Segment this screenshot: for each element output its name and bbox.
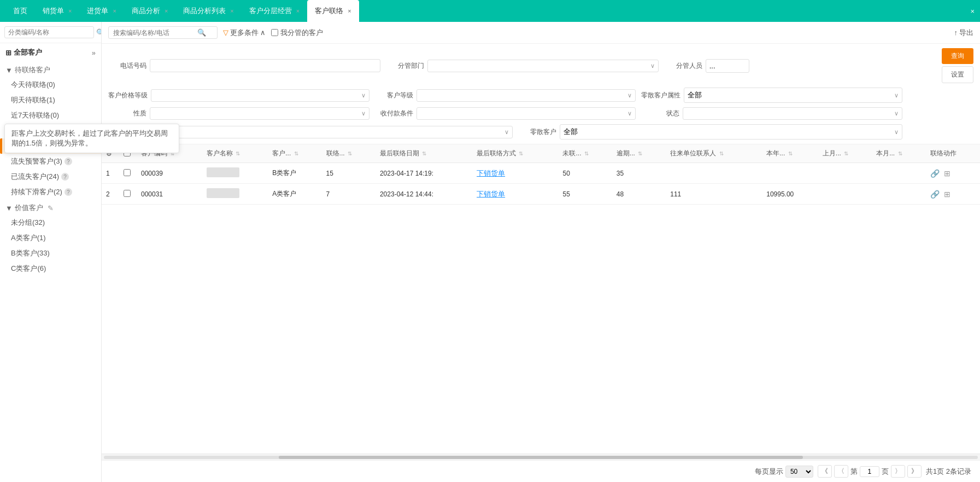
- close-icon[interactable]: ×: [113, 8, 116, 14]
- payment-select[interactable]: ∨: [416, 107, 636, 120]
- filter-row-3: 性质 ∨ 收付款条件 ∨ 状态: [108, 107, 973, 120]
- settings-button[interactable]: 设置: [942, 66, 973, 83]
- page-size-select[interactable]: 50 100 200: [785, 466, 813, 478]
- query-button[interactable]: 查询: [942, 48, 973, 64]
- row-last-contact-method[interactable]: 下销货单: [472, 184, 558, 205]
- col-last-month[interactable]: 上月... ⇅: [818, 144, 872, 163]
- close-icon[interactable]: ×: [348, 8, 351, 14]
- first-page-button[interactable]: 《: [818, 465, 832, 478]
- last-page-button[interactable]: 》: [907, 465, 922, 478]
- row-overdue: 48: [612, 184, 666, 205]
- manager-select[interactable]: ...: [706, 59, 749, 73]
- dept-select[interactable]: ∨: [427, 60, 658, 72]
- phone-input[interactable]: [150, 59, 380, 72]
- nav-tab-customer-contact[interactable]: 客户联络 ×: [307, 0, 359, 22]
- col-last-contact-method[interactable]: 最后联络方式 ⇅: [472, 144, 558, 163]
- sidebar-search-input[interactable]: [4, 26, 94, 38]
- page-number-input[interactable]: [860, 466, 879, 477]
- close-all-button[interactable]: ×: [970, 6, 975, 16]
- row-last-month: [818, 163, 872, 184]
- name-blur: [207, 188, 239, 198]
- link-action-icon[interactable]: 🔗: [930, 169, 940, 178]
- sidebar-item-declining[interactable]: 持续下滑客户(2) ?: [0, 184, 101, 200]
- col-unlinked[interactable]: 未联... ⇅: [558, 144, 612, 163]
- status-select[interactable]: ∨: [683, 107, 902, 120]
- sidebar-item-7days[interactable]: 近7天待联络(0): [0, 108, 101, 123]
- row-this-year: [762, 163, 818, 184]
- close-icon[interactable]: ×: [296, 8, 300, 14]
- close-icon[interactable]: ×: [165, 8, 168, 14]
- col-this-year[interactable]: 本年... ⇅: [762, 144, 818, 163]
- my-customers-checkbox[interactable]: [271, 29, 278, 36]
- gender-select[interactable]: ∨: [150, 107, 369, 120]
- declining-info-icon[interactable]: ?: [64, 188, 72, 196]
- col-contact-count[interactable]: 联络... ⇅: [322, 144, 375, 163]
- sidebar-item-churn-warning[interactable]: 流失预警客户(3) ?: [0, 154, 101, 169]
- sidebar-group-pending[interactable]: ▼ 待联络客户: [0, 62, 101, 77]
- filter-price-level: 客户价格等级 ∨: [108, 89, 369, 102]
- retail-select[interactable]: 全部 ∨: [560, 124, 902, 140]
- filter-panel: 电话号码 分管部门 ∨ 分管人员 ... 查询: [102, 44, 980, 144]
- close-icon[interactable]: ×: [68, 8, 72, 14]
- churned-info-icon[interactable]: ?: [61, 173, 69, 181]
- price-level-select[interactable]: ∨: [151, 89, 369, 102]
- nav-tab-purchase[interactable]: 进货单 ×: [79, 0, 124, 22]
- filter-button[interactable]: ▽ 更多条件 ∧: [223, 28, 266, 38]
- col-this-month[interactable]: 本月... ⇅: [872, 144, 925, 163]
- filter-row-2: 客户价格等级 ∨ 客户等级 ∨ 零散客户属性 全部: [108, 88, 973, 103]
- pagination-area: 《 〈 第 页 〉 》: [818, 465, 922, 478]
- nav-tab-sales[interactable]: 销货单 ×: [35, 0, 79, 22]
- sidebar-item-tomorrow[interactable]: 明天待联络(1): [0, 92, 101, 108]
- row-last-contact-method[interactable]: 下销货单: [472, 163, 558, 184]
- contact-method-link[interactable]: 下销货单: [477, 169, 505, 177]
- grid-action-icon[interactable]: ⊞: [944, 190, 950, 199]
- customer-type-select[interactable]: ∨: [170, 126, 513, 138]
- scrollbar-thumb[interactable]: [279, 456, 803, 459]
- sidebar-item-class-a[interactable]: A类客户(1): [0, 230, 101, 246]
- col-last-contact-date[interactable]: 最后联络日期 ⇅: [375, 144, 472, 163]
- row-name: [202, 184, 268, 205]
- col-type[interactable]: 客户... ⇅: [268, 144, 321, 163]
- row-checkbox-cell: [119, 184, 137, 205]
- sidebar-item-churned[interactable]: 已流失客户(24) ?: [0, 169, 101, 184]
- col-name[interactable]: 客户名称 ⇅: [202, 144, 268, 163]
- nav-tab-home[interactable]: 首页: [5, 0, 35, 22]
- close-icon[interactable]: ×: [230, 8, 233, 14]
- search-icon[interactable]: 🔍: [197, 28, 206, 37]
- retail-attr-arrow-icon: ∨: [894, 92, 899, 99]
- col-contacts[interactable]: 往来单位联系人 ⇅: [666, 144, 762, 163]
- retail-attr-select[interactable]: 全部 ∨: [684, 88, 902, 103]
- filter-row-1: 电话号码 分管部门 ∨ 分管人员 ... 查询: [108, 48, 973, 83]
- row-checkbox[interactable]: [124, 190, 131, 197]
- row-checkbox[interactable]: [124, 169, 131, 176]
- next-page-button[interactable]: 〉: [891, 465, 905, 478]
- sidebar-item-today[interactable]: 今天待联络(0): [0, 77, 101, 92]
- churn-warning-info-icon[interactable]: ?: [64, 158, 72, 165]
- export-button[interactable]: ↑ 导出: [954, 28, 974, 38]
- contact-method-link[interactable]: 下销货单: [477, 190, 505, 198]
- edit-group-icon[interactable]: ✎: [48, 204, 54, 212]
- search-input[interactable]: [113, 29, 195, 37]
- sidebar-collapse-button[interactable]: »: [92, 49, 96, 57]
- customer-level-select[interactable]: ∨: [416, 89, 636, 102]
- grid-action-icon[interactable]: ⊞: [944, 169, 950, 178]
- sidebar-search-icon[interactable]: 🔍: [96, 28, 102, 37]
- sidebar-group-value-customers[interactable]: ▼ 价值客户 ✎: [0, 200, 101, 215]
- nav-tab-analysis[interactable]: 商品分析 ×: [124, 0, 175, 22]
- nav-tab-customer-tier[interactable]: 客户分层经营 ×: [242, 0, 307, 22]
- payment-arrow-icon: ∨: [627, 110, 632, 117]
- content-area: 🔍 ▽ 更多条件 ∧ 我分管的客户 ↑ 导出: [102, 22, 980, 482]
- horizontal-scrollbar[interactable]: [102, 454, 980, 460]
- row-unlinked: 50: [558, 163, 612, 184]
- scrollbar-track: [104, 456, 978, 459]
- filter-icon: ▽: [223, 28, 228, 37]
- col-overdue[interactable]: 逾期... ⇅: [612, 144, 666, 163]
- toolbar: 🔍 ▽ 更多条件 ∧ 我分管的客户 ↑ 导出: [102, 22, 980, 44]
- nav-tab-analysis-list[interactable]: 商品分析列表 ×: [175, 0, 241, 22]
- sidebar-item-ungrouped[interactable]: 未分组(32): [0, 215, 101, 230]
- sidebar-item-class-c[interactable]: C类客户(6): [0, 261, 101, 276]
- row-index: 2: [102, 184, 119, 205]
- link-action-icon[interactable]: 🔗: [930, 190, 940, 199]
- prev-page-button[interactable]: 〈: [834, 465, 848, 478]
- sidebar-item-class-b[interactable]: B类客户(33): [0, 246, 101, 261]
